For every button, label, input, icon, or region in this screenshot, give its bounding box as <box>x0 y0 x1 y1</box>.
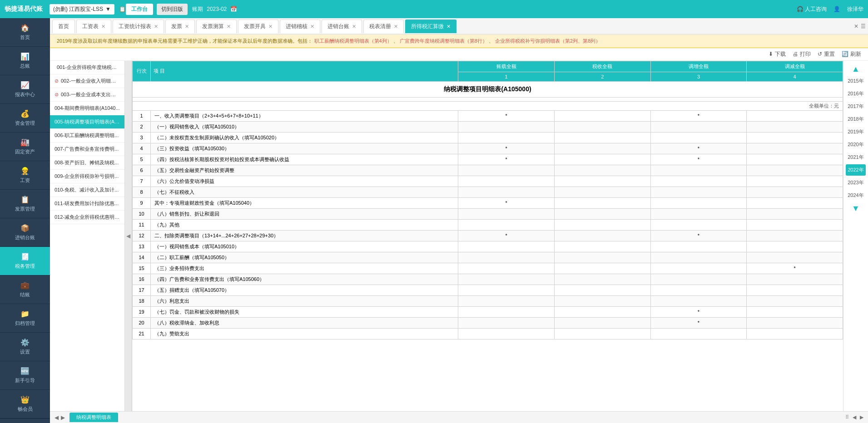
year-up-icon[interactable]: ▲ <box>850 63 861 75</box>
sidebar-item-assets[interactable]: 🏭 固定资产 <box>0 133 50 161</box>
left-arrow[interactable]: ◀ <box>853 414 856 420</box>
tab-close-invoice-calc[interactable]: ✕ <box>227 24 231 30</box>
cell-v2[interactable] <box>554 197 650 208</box>
cell-v4[interactable] <box>747 143 843 154</box>
cell-v3[interactable] <box>650 165 747 176</box>
tab-close-invoice-issue[interactable]: ✕ <box>268 24 273 30</box>
cell-v4[interactable] <box>747 328 843 339</box>
year-2017[interactable]: 2017年 <box>846 101 866 112</box>
cell-v1[interactable] <box>458 274 555 285</box>
cell-v1[interactable] <box>458 263 555 274</box>
tab-payroll[interactable]: 工资表 ✕ <box>76 20 111 33</box>
cell-v4[interactable] <box>747 295 843 306</box>
cell-v2[interactable] <box>554 263 650 274</box>
tab-invoice[interactable]: 发票 ✕ <box>165 20 195 33</box>
cell-v3[interactable] <box>650 197 747 208</box>
cell-v2[interactable] <box>554 176 650 187</box>
year-2024[interactable]: 2024年 <box>846 190 866 201</box>
cell-v4[interactable] <box>747 132 843 143</box>
cell-v4[interactable] <box>747 219 843 230</box>
cell-v2[interactable] <box>554 252 650 263</box>
tab-close-purchase-ledger[interactable]: ✕ <box>352 24 356 30</box>
cell-v2[interactable] <box>554 285 650 295</box>
cell-v1[interactable]: * <box>458 143 555 154</box>
left-item-6[interactable]: 007-广告费和业务宣传费明... <box>50 143 124 156</box>
tab-payroll-stats[interactable]: 工资统计报表 ✕ <box>113 20 164 33</box>
year-2019[interactable]: 2019年 <box>846 126 866 138</box>
sidebar-item-invoice[interactable]: 📋 发票管理 <box>0 190 50 218</box>
cell-v2[interactable] <box>554 154 650 165</box>
tab-menu-icon[interactable]: ☰ <box>861 23 866 30</box>
cell-v3[interactable]: * <box>650 230 747 241</box>
panel-toggle[interactable]: ◀ <box>125 61 132 412</box>
old-version-button[interactable]: 切到旧版 <box>157 4 188 15</box>
cell-v3[interactable]: * <box>650 143 747 154</box>
cell-v1[interactable] <box>458 208 555 219</box>
tab-close-income-tax[interactable]: ✕ <box>446 24 451 30</box>
cell-v2[interactable] <box>554 241 650 252</box>
cell-v3[interactable] <box>650 121 747 132</box>
tab-close-tax-register[interactable]: ✕ <box>394 24 398 30</box>
sidebar-item-payroll[interactable]: 👷 工资 <box>0 161 50 190</box>
cell-v3[interactable] <box>650 219 747 230</box>
scroll-left-icon[interactable]: ◀ <box>55 414 59 421</box>
cell-v2[interactable] <box>554 110 650 121</box>
tab-close-payroll-stats[interactable]: ✕ <box>154 24 158 30</box>
cell-v1[interactable]: * <box>458 230 555 241</box>
tab-income-tax[interactable]: 所得税汇算缴 ✕ <box>405 20 456 33</box>
cell-v3[interactable] <box>650 328 747 339</box>
cell-v4[interactable] <box>747 208 843 219</box>
cell-v2[interactable] <box>554 208 650 219</box>
sidebar-item-finance[interactable]: 💰 资金管理 <box>0 104 50 133</box>
bottom-sheet-tab[interactable]: 纳税调整明细表 <box>69 413 118 422</box>
cell-v2[interactable] <box>554 230 650 241</box>
cell-v2[interactable] <box>554 306 650 317</box>
sidebar-item-archive[interactable]: 📁 归档管理 <box>0 304 50 333</box>
tab-close-invoice[interactable]: ✕ <box>185 24 189 30</box>
sheet-area[interactable]: 行次 项 目 账载全额 税收全额 调增全额 调减全额 1 2 <box>132 61 843 412</box>
cell-v4[interactable] <box>747 274 843 285</box>
year-2021[interactable]: 2021年 <box>846 152 866 163</box>
cell-v4[interactable] <box>747 252 843 263</box>
sidebar-item-member[interactable]: 👑 畅会员 <box>0 390 50 418</box>
reset-button[interactable]: ↺ 重置 <box>818 50 835 58</box>
cell-v3[interactable]: * <box>650 110 747 121</box>
cell-v4[interactable] <box>747 306 843 317</box>
cell-v2[interactable] <box>554 187 650 197</box>
tab-close-payroll[interactable]: ✕ <box>101 24 105 30</box>
cell-v2[interactable] <box>554 328 650 339</box>
sidebar-item-reports[interactable]: 📈 报表中心 <box>0 75 50 104</box>
cell-v2[interactable] <box>554 121 650 132</box>
tab-invoice-calc[interactable]: 发票测算 ✕ <box>196 20 237 33</box>
scroll-right-icon[interactable]: ▶ <box>61 414 65 421</box>
left-item-1[interactable]: ⊘002-一般企业收入明细表(A1... <box>50 74 124 88</box>
cell-v3[interactable]: * <box>650 317 747 328</box>
left-item-10[interactable]: 011-研发费用加计扣除优惠... <box>50 197 124 211</box>
cell-v4[interactable] <box>747 197 843 208</box>
cell-v4[interactable]: * <box>747 263 843 274</box>
left-item-7[interactable]: 008-资产折旧、摊销及纳税... <box>50 156 124 170</box>
tab-home[interactable]: 首页 <box>52 20 75 33</box>
cell-v1[interactable] <box>458 241 555 252</box>
cell-v1[interactable] <box>458 132 555 143</box>
cell-v4[interactable] <box>747 241 843 252</box>
cell-v4[interactable] <box>747 121 843 132</box>
left-item-2[interactable]: ⊘003-一般企业成本支出明细... <box>50 88 124 102</box>
year-2018[interactable]: 2018年 <box>846 113 866 125</box>
cell-v1[interactable] <box>458 252 555 263</box>
support-link[interactable]: 🎧 人工咨询 <box>797 5 827 13</box>
year-2022[interactable]: 2022年 <box>846 164 866 176</box>
cell-v3[interactable]: * <box>650 306 747 317</box>
cell-v4[interactable] <box>747 154 843 165</box>
cell-v2[interactable] <box>554 143 650 154</box>
sidebar-fix-button[interactable]: ◀◀ 取消固定 <box>0 418 50 423</box>
cell-v1[interactable] <box>458 317 555 328</box>
left-item-9[interactable]: 010-免税、减计收入及加计... <box>50 183 124 197</box>
cell-v1[interactable] <box>458 187 555 197</box>
tab-purchase-check[interactable]: 进销稽核 ✕ <box>280 20 320 33</box>
right-arrow[interactable]: ▶ <box>860 414 863 420</box>
left-item-4[interactable]: 005-纳税调整项目明细表(A1... <box>50 115 124 129</box>
cell-v1[interactable]: * <box>458 154 555 165</box>
sidebar-item-ledger[interactable]: 📊 总账 <box>0 47 50 75</box>
cell-v1[interactable] <box>458 285 555 295</box>
